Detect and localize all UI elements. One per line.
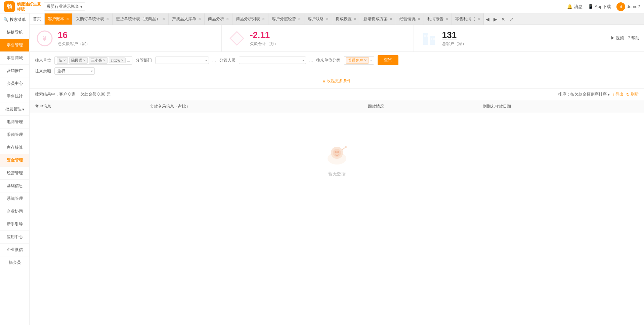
tab-expand-btn[interactable]: ⤢: [507, 16, 515, 22]
svg-rect-8: [431, 38, 432, 40]
filter-dept-dots[interactable]: ...: [212, 58, 216, 63]
remove-tag-wang[interactable]: ✕: [103, 59, 105, 62]
svg-point-14: [337, 151, 339, 153]
filter-more-tags[interactable]: ...: [127, 58, 130, 62]
tab-operations[interactable]: 经营情况 ✕: [396, 13, 424, 25]
tab-close-add-commission[interactable]: ✕: [390, 17, 392, 21]
table-area: 搜索结果中，客户 0 家 欠款金额 0.00 元 排序：按欠款金额倒序排序: [30, 89, 644, 204]
sidebar-item-retail-mall[interactable]: 零售商城: [0, 52, 29, 65]
demo-selector[interactable]: 母婴行业演示帐套 ▾: [44, 2, 85, 11]
tab-close-product-analysis[interactable]: ✕: [226, 17, 229, 21]
collapse-button[interactable]: ∧ 收起更多条件: [323, 78, 351, 84]
chevron-down-icon: ▾: [80, 4, 82, 9]
tab-commission-settings[interactable]: 提成设置 ✕: [332, 13, 360, 25]
tab-add-commission[interactable]: 新增提成方案 ✕: [360, 13, 396, 25]
sidebar-item-newbie[interactable]: 新手引导: [0, 218, 29, 231]
refresh-button[interactable]: ↻ 刷新: [626, 92, 639, 97]
bell-icon: 🔔: [567, 4, 572, 9]
tab-close-tier[interactable]: ✕: [298, 17, 301, 21]
remove-unit-class-tag[interactable]: ✕: [364, 58, 367, 63]
filter-dept-input[interactable]: [155, 57, 209, 64]
video-help-btn[interactable]: ▶ 视频: [611, 35, 624, 41]
export-button[interactable]: ↑ 导出: [612, 92, 624, 97]
tab-close-product-list[interactable]: ✕: [262, 17, 265, 21]
sidebar-item-inventory[interactable]: 库存核算: [0, 141, 29, 154]
svg-rect-6: [424, 35, 426, 37]
user-menu[interactable]: d demo2: [616, 2, 640, 11]
tab-nav-next[interactable]: ▶: [491, 16, 499, 22]
filter-balance-wrap: 选择...: [54, 67, 95, 75]
sidebar-item-operations[interactable]: 经营管理: [0, 167, 29, 180]
building-icon: [421, 30, 437, 47]
tab-profit-report[interactable]: 利润报告 ✕: [424, 13, 452, 25]
sidebar-item-finance[interactable]: 资金管理: [0, 154, 29, 167]
tab-purchase-by-product[interactable]: 进货单统计表（按商品） ✕: [113, 13, 169, 25]
tab-customer-ledger[interactable]: 客户账本 ✕: [45, 13, 73, 25]
tab-close-contact[interactable]: ✕: [326, 17, 329, 21]
sidebar-item-ecommerce[interactable]: 电商管理: [0, 116, 29, 129]
sort-button[interactable]: 排序：按欠款金额倒序排序 ▾: [558, 92, 610, 97]
svg-text:¥: ¥: [43, 35, 47, 42]
sidebar-nav[interactable]: 快捷导航: [0, 26, 29, 39]
avatar: d: [616, 2, 625, 11]
query-button[interactable]: 查询: [378, 55, 398, 65]
tab-close-inbound[interactable]: ✕: [198, 17, 201, 21]
tab-close-purchase[interactable]: ✕: [106, 17, 109, 21]
sidebar-search[interactable]: 🔍 搜索菜单: [0, 13, 29, 26]
stat-block-amount: -2.11 欠款合计（万）: [222, 25, 414, 51]
tab-bar: 首页 客户账本 ✕ 采购订单统计表 ✕ 进货单统计表（按商品） ✕ 产成品入库单…: [30, 13, 644, 25]
tab-close-purchase-product[interactable]: ✕: [162, 17, 165, 21]
tab-retail-profit[interactable]: 零售利润（ ✕: [452, 13, 484, 25]
sidebar-item-marketing[interactable]: 营销推广: [0, 65, 29, 77]
svg-point-13: [335, 151, 337, 153]
tab-close-retail-profit[interactable]: ✕: [477, 17, 480, 21]
sidebar-item-member[interactable]: 会员中心: [0, 77, 29, 90]
chevron-down-icon-unit-class: ▾: [370, 59, 372, 62]
remove-tag-cjttcw[interactable]: ✕: [121, 59, 124, 62]
svg-line-15: [342, 147, 345, 150]
sidebar-item-purchase[interactable]: 采购管理: [0, 129, 29, 141]
sidebar-item-retail-mgmt[interactable]: 零售管理: [0, 39, 29, 52]
tab-close-commission[interactable]: ✕: [354, 17, 356, 21]
filter-unit-label: 往来单位: [35, 58, 51, 63]
tab-nav-prev[interactable]: ◀: [484, 16, 491, 22]
sidebar-item-system[interactable]: 系统管理: [0, 192, 29, 205]
stat-values-amount: -2.11 欠款合计（万）: [250, 30, 278, 47]
table-toolbar-right: 排序：按欠款金额倒序排序 ▾ ↑ 导出 ↻ 刷新: [558, 92, 639, 97]
tab-nav-close-all[interactable]: ✕: [499, 16, 507, 22]
tab-product-analysis[interactable]: 商品分析 ✕: [205, 13, 232, 25]
table-toolbar: 搜索结果中，客户 0 家 欠款金额 0.00 元 排序：按欠款金额倒序排序: [30, 89, 644, 100]
tab-close-profit[interactable]: ✕: [445, 17, 448, 21]
remove-tag-wu[interactable]: ✕: [63, 59, 66, 62]
sidebar-item-basic-info[interactable]: 基础信息: [0, 180, 29, 192]
filter-area: 往来单位 伍 ✕ 陈民强 ✕ 王小亮 ✕: [30, 52, 644, 89]
sidebar-item-wechat[interactable]: 企业微信: [0, 244, 29, 256]
tab-close-operations[interactable]: ✕: [418, 17, 420, 21]
filter-row-1: 往来单位 伍 ✕ 陈民强 ✕ 王小亮 ✕: [35, 55, 639, 65]
messages-btn[interactable]: 🔔 消息: [567, 4, 583, 10]
tab-product-analysis-list[interactable]: 商品分析列表 ✕: [232, 13, 268, 25]
filter-tag-chen: 陈民强 ✕: [69, 57, 88, 64]
svg-rect-5: [430, 36, 435, 45]
tab-customer-tier[interactable]: 客户分层经营 ✕: [268, 13, 304, 25]
sidebar-item-retail-stats[interactable]: 零售统计: [0, 90, 29, 103]
filter-balance-select[interactable]: 选择...: [54, 67, 95, 75]
tab-close-customer-ledger[interactable]: ✕: [66, 17, 69, 21]
filter-person-input[interactable]: [239, 57, 306, 64]
sidebar-item-member2[interactable]: 畅会员: [0, 256, 29, 269]
sidebar-item-enterprise[interactable]: 企业协同: [0, 205, 29, 218]
tab-home[interactable]: 首页: [30, 13, 45, 25]
tab-customer-contact[interactable]: 客户联络 ✕: [304, 13, 332, 25]
app-download-btn[interactable]: 📱 App下载: [588, 4, 611, 10]
help-btn[interactable]: ? 帮助: [628, 35, 639, 41]
filter-person-dots[interactable]: ...: [309, 58, 313, 63]
tab-product-inbound[interactable]: 产成品入库单 ✕: [169, 13, 205, 25]
top-bar: 畅 畅捷通好生意 标版 母婴行业演示帐套 ▾ 🔔 消息 📱 App下载 d de…: [0, 0, 644, 13]
sidebar-item-wholesale[interactable]: 批发管理 ▾: [0, 103, 29, 116]
tab-purchase-order-stats[interactable]: 采购订单统计表 ✕: [73, 13, 113, 25]
sidebar-item-app-center[interactable]: 应用中心: [0, 231, 29, 244]
filter-unit-class-tag: 普通客户 ✕: [346, 57, 369, 64]
filter-unit-tags: 伍 ✕ 陈民强 ✕ 王小亮 ✕ cjttcw ✕: [54, 56, 132, 65]
remove-tag-chen[interactable]: ✕: [83, 59, 86, 62]
play-icon: ▶: [611, 36, 615, 40]
